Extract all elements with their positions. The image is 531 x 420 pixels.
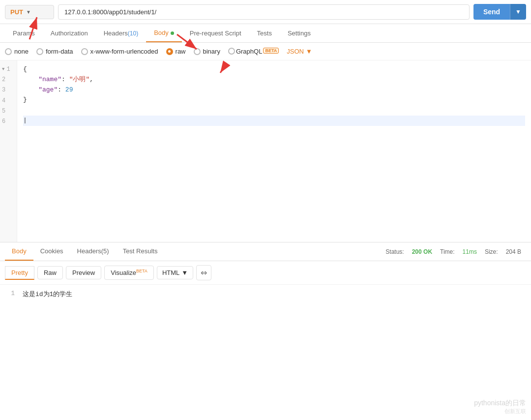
key-age: "age" [38, 86, 58, 93]
size-label: Size: [485, 248, 498, 255]
code-editor[interactable]: ▼ 1 2 3 4 5 6 { "name": "小明", "age": 29 … [0, 60, 531, 242]
json-format-label: JSON [287, 48, 304, 55]
code-line-6: | [23, 116, 525, 126]
response-tab-bar: Body Cookies Headers(5) Test Results Sta… [0, 242, 531, 261]
time-label: Time: [440, 248, 455, 255]
code-line-1: { [23, 64, 525, 75]
json-format-dropdown[interactable]: JSON ▼ [287, 48, 312, 55]
option-raw[interactable]: raw [166, 48, 186, 55]
method-value: PUT [10, 8, 23, 16]
tab-body[interactable]: Body [146, 24, 182, 42]
response-line-num-1: 1 [5, 290, 15, 299]
format-type-dropdown[interactable]: HTML ▼ [157, 266, 193, 279]
tab-headers[interactable]: Headers(10) [96, 25, 146, 42]
status-value: 200 OK [412, 248, 432, 255]
status-label: Status: [385, 248, 404, 255]
tab-params[interactable]: Params [5, 25, 43, 42]
code-line-5 [23, 105, 525, 116]
radio-graphql [228, 48, 235, 55]
val-age: 29 [65, 86, 73, 93]
code-content[interactable]: { "name": "小明", "age": 29 } | [17, 60, 531, 242]
line-num-3: 3 [0, 85, 17, 95]
headers-badge: (10) [128, 30, 138, 37]
response-tabs: Body Cookies Headers(5) Test Results [5, 242, 164, 261]
radio-binary [194, 48, 201, 55]
format-visualize[interactable]: VisualizeBETA [104, 266, 154, 279]
request-tab-bar: Params Authorization Headers(10) Body Pr… [0, 24, 531, 43]
watermark-line1: pythonista的日常 [474, 399, 526, 408]
response-tab-test-results[interactable]: Test Results [116, 242, 165, 261]
json-dropdown-arrow: ▼ [306, 48, 312, 55]
send-dropdown-arrow[interactable]: ▼ [510, 4, 526, 20]
method-dropdown[interactable]: PUT ▼ [5, 5, 54, 19]
radio-raw [166, 48, 173, 55]
code-line-3: "age": 29 [23, 85, 525, 95]
format-type-label: HTML [162, 269, 179, 276]
url-input[interactable] [58, 4, 470, 20]
radio-none [5, 48, 12, 55]
option-formdata-label: form-data [46, 48, 73, 55]
radio-urlencoded [81, 48, 88, 55]
option-graphql[interactable]: GraphQLBETA [228, 48, 279, 55]
key-name: "name" [38, 76, 61, 83]
tab-authorization[interactable]: Authorization [43, 25, 96, 42]
option-raw-label: raw [176, 48, 186, 55]
format-raw[interactable]: Raw [37, 266, 63, 279]
response-headers-badge: (5) [101, 247, 109, 255]
tab-headers-label: Headers [104, 30, 128, 37]
tab-tests[interactable]: Tests [249, 25, 280, 42]
send-button-group: Send ▼ [473, 4, 526, 20]
line-num-5: 5 [0, 106, 17, 117]
response-body: 1 这是id为1的学生 [0, 285, 531, 303]
radio-formdata [36, 48, 43, 55]
time-value: 11ms [463, 248, 477, 255]
line-num-1: ▼ 1 [0, 64, 17, 75]
line-num-4: 4 [0, 96, 17, 106]
body-active-dot [171, 31, 174, 35]
visualize-beta-tag: BETA [136, 269, 148, 273]
wrap-button[interactable]: ⇔ [196, 265, 211, 280]
code-line-4: } [23, 95, 525, 105]
option-binary[interactable]: binary [194, 48, 220, 55]
option-urlencoded[interactable]: x-www-form-urlencoded [81, 48, 158, 55]
format-pretty[interactable]: Pretty [5, 266, 34, 280]
val-name: "小明" [69, 76, 90, 83]
size-value: 204 B [506, 248, 521, 255]
option-none[interactable]: none [5, 48, 29, 55]
response-status-bar: Status: 200 OK Time: 11ms Size: 204 B [385, 248, 526, 255]
response-line-1: 1 这是id为1的学生 [5, 290, 526, 299]
format-dropdown-arrow: ▼ [181, 269, 188, 276]
tab-body-label: Body [154, 29, 169, 36]
send-button[interactable]: Send [473, 4, 510, 20]
option-graphql-label: GraphQL [236, 48, 262, 55]
tab-settings[interactable]: Settings [280, 25, 319, 42]
format-bar: Pretty Raw Preview VisualizeBETA HTML ▼ … [0, 261, 531, 285]
request-bar: PUT ▼ Send ▼ [0, 0, 531, 24]
method-dropdown-arrow: ▼ [26, 9, 31, 15]
graphql-beta-badge: BETA [263, 48, 279, 54]
option-formdata[interactable]: form-data [36, 48, 73, 55]
code-line-2: "name": "小明", [23, 75, 525, 85]
body-type-bar: none form-data x-www-form-urlencoded raw… [0, 43, 531, 60]
response-line-content-1: 这是id为1的学生 [23, 290, 72, 299]
line-num-6: 6 [0, 117, 17, 127]
line-num-2: 2 [0, 75, 17, 85]
response-tab-cookies[interactable]: Cookies [33, 242, 70, 261]
option-binary-label: binary [203, 48, 220, 55]
response-section: Body Cookies Headers(5) Test Results Sta… [0, 242, 531, 303]
collapse-arrow-1: ▼ [2, 66, 4, 73]
response-headers-label: Headers [77, 247, 101, 255]
tab-prerequest[interactable]: Pre-request Script [182, 25, 249, 42]
line-numbers: ▼ 1 2 3 4 5 6 [0, 60, 17, 242]
response-tab-headers[interactable]: Headers(5) [70, 242, 116, 261]
watermark-line2: 创新互联 [474, 408, 526, 415]
visualize-label: Visualize [111, 270, 136, 277]
response-tab-body[interactable]: Body [5, 242, 33, 261]
format-preview[interactable]: Preview [66, 266, 101, 279]
option-urlencoded-label: x-www-form-urlencoded [90, 48, 158, 55]
watermark: pythonista的日常 创新互联 [474, 399, 526, 415]
option-none-label: none [14, 48, 29, 55]
